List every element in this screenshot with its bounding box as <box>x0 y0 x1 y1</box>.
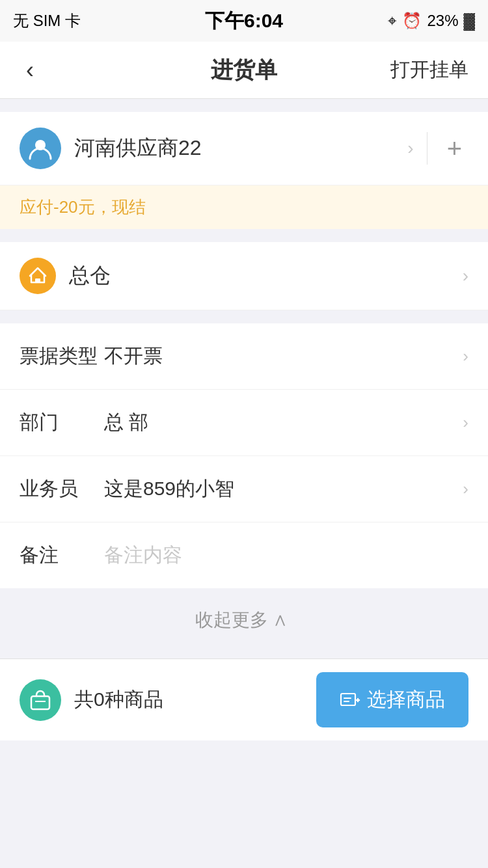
battery-icon: ▓ <box>464 12 476 30</box>
status-right: ⌖ ⏰ 23% ▓ <box>388 12 475 30</box>
nav-bar: ‹ 进货单 打开挂单 <box>0 42 488 99</box>
supplier-row[interactable]: 河南供应商22 › + <box>0 112 488 185</box>
notice-bar: 应付-20元，现结 <box>0 185 488 229</box>
invoice-value: 不开票 <box>104 343 463 370</box>
supplier-chevron-icon: › <box>407 138 413 159</box>
back-button[interactable]: ‹ <box>20 50 40 90</box>
warehouse-row[interactable]: 总仓 › <box>0 242 488 310</box>
supplier-avatar <box>20 128 61 169</box>
salesman-value: 这是859的小智 <box>104 476 463 502</box>
status-bar: 无 SIM 卡 下午6:04 ⌖ ⏰ 23% ▓ <box>0 0 488 42</box>
remark-input[interactable]: 备注内容 <box>104 542 468 569</box>
warehouse-card: 总仓 › <box>0 242 488 310</box>
battery-label: 23% <box>427 12 458 30</box>
svg-rect-4 <box>341 694 355 705</box>
svg-rect-2 <box>31 696 49 709</box>
status-time: 下午6:04 <box>205 8 283 34</box>
location-icon: ⌖ <box>388 12 397 30</box>
salesman-label: 业务员 <box>20 476 104 502</box>
select-product-icon <box>340 690 360 711</box>
department-chevron-icon: › <box>463 413 468 433</box>
carrier-label: 无 SIM 卡 <box>13 10 81 31</box>
product-icon <box>20 679 61 721</box>
status-left: 无 SIM 卡 <box>13 10 87 31</box>
product-bar: 共0种商品 选择商品 <box>0 658 488 740</box>
collapse-label: 收起更多 ∧ <box>195 608 288 632</box>
collapse-row[interactable]: 收起更多 ∧ <box>0 588 488 652</box>
department-label: 部门 <box>20 409 104 436</box>
form-card: 票据类型 不开票 › 部门 总 部 › 业务员 这是859的小智 › 备注 备注… <box>0 323 488 588</box>
department-value: 总 部 <box>104 409 463 436</box>
select-product-button[interactable]: 选择商品 <box>316 672 468 727</box>
invoice-chevron-icon: › <box>463 346 468 366</box>
invoice-label: 票据类型 <box>20 343 104 370</box>
add-supplier-button[interactable]: + <box>441 134 468 163</box>
warehouse-icon <box>20 258 56 294</box>
notice-text: 应付-20元，现结 <box>20 197 146 217</box>
supplier-card: 河南供应商22 › + 应付-20元，现结 <box>0 112 488 229</box>
supplier-name: 河南供应商22 <box>74 134 407 163</box>
remark-row[interactable]: 备注 备注内容 <box>0 522 488 588</box>
section-gap-1 <box>0 99 488 112</box>
department-row[interactable]: 部门 总 部 › <box>0 390 488 456</box>
open-pending-button[interactable]: 打开挂单 <box>390 57 468 83</box>
alarm-icon: ⏰ <box>402 12 422 30</box>
section-gap-3 <box>0 310 488 323</box>
warehouse-name: 总仓 <box>69 262 463 290</box>
svg-rect-1 <box>35 278 40 282</box>
background-fill <box>0 740 488 868</box>
select-product-label: 选择商品 <box>367 686 445 713</box>
invoice-row[interactable]: 票据类型 不开票 › <box>0 323 488 390</box>
salesman-row[interactable]: 业务员 这是859的小智 › <box>0 456 488 522</box>
section-gap-4 <box>0 652 488 658</box>
product-count-label: 共0种商品 <box>74 686 316 713</box>
nav-title: 进货单 <box>211 55 277 85</box>
section-gap-2 <box>0 229 488 242</box>
salesman-chevron-icon: › <box>463 479 468 499</box>
warehouse-chevron-icon: › <box>463 265 468 286</box>
remark-label: 备注 <box>20 542 104 569</box>
vertical-divider <box>427 132 427 165</box>
